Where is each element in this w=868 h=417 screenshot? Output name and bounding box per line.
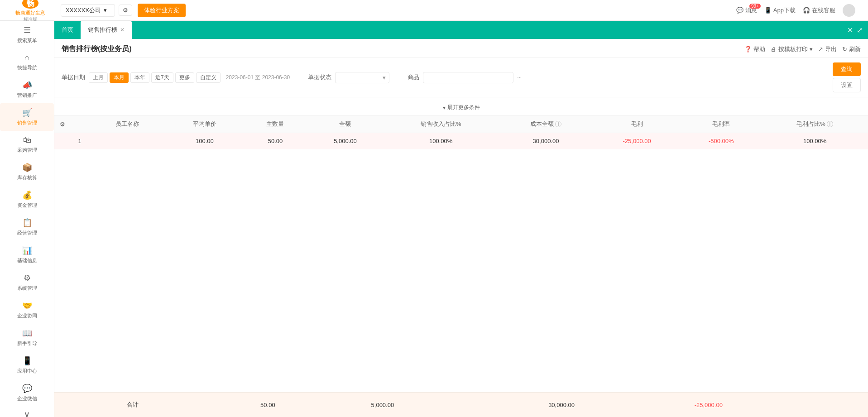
query-button[interactable]: 查询 (833, 62, 861, 76)
th-sales-pct: 销售收入占比% (383, 115, 499, 133)
cost-info-icon[interactable]: i (555, 121, 561, 127)
sidebar-item-wechat[interactable]: 💬 企业微信 (0, 379, 54, 407)
sidebar-item-operations[interactable]: 📋 经营管理 (0, 213, 54, 241)
last-7days-btn[interactable]: 近7天 (151, 72, 173, 83)
refresh-icon: ↻ (842, 46, 847, 53)
message-badge: 99+ (749, 4, 761, 9)
search-icon: ☰ (24, 25, 31, 35)
row-rank: 1 (71, 133, 89, 149)
tab-home[interactable]: 首页 (54, 21, 81, 39)
sidebar-item-label: 营销推广 (17, 92, 37, 99)
table-container: ⚙ 员工名称 平均单价 主数量 全额 销售收入占比% 成本全额 (54, 115, 868, 392)
box-icon: 📦 (22, 163, 32, 173)
footer-sales-pct (448, 397, 490, 412)
expand-button[interactable]: ▾ 展开更多条件 (437, 102, 485, 113)
chevron-down-icon: ▾ (810, 46, 813, 53)
avatar[interactable] (843, 4, 855, 17)
footer-total-row: 合计 50.00 5,000.00 30,000.00 -25,000.00 (54, 397, 868, 412)
footer-quantity: 50.00 (218, 397, 317, 412)
tab-bar: 首页 销售排行榜 ✕ ✕ ⤢ (54, 21, 868, 39)
sidebar-item-purchase[interactable]: 🛍 采购管理 (0, 131, 54, 158)
this-month-btn[interactable]: 本月 (110, 72, 129, 83)
close-window-icon[interactable]: ✕ (847, 26, 853, 34)
sidebar-item-apps[interactable]: 📱 应用中心 (0, 351, 54, 379)
export-icon: ↗ (818, 46, 823, 53)
vip-icon: V (25, 411, 29, 417)
date-label: 单据日期 (62, 73, 85, 81)
chart-icon: 📊 (22, 245, 32, 255)
sidebar-item-label: 应用中心 (17, 368, 37, 374)
company-selector[interactable]: XXXXXX公司 ▾ (61, 4, 115, 17)
sidebar-item-vip[interactable]: V 畅会员 (0, 407, 54, 417)
refresh-label: 刷新 (849, 45, 861, 53)
megaphone-icon: 📣 (22, 80, 32, 90)
footer-amount: 5,000.00 (317, 397, 448, 412)
money-icon: 💰 (22, 190, 32, 200)
last-month-btn[interactable]: 上月 (89, 72, 108, 83)
online-service-button[interactable]: 🎧 在线客服 (803, 6, 835, 14)
app-download-button[interactable]: 📱 App下载 (764, 6, 796, 14)
sidebar-item-label: 系统管理 (17, 285, 37, 292)
sidebar-item-enterprise[interactable]: 🤝 企业协同 (0, 296, 54, 324)
industry-btn[interactable]: 体验行业方案 (138, 4, 186, 17)
this-year-btn[interactable]: 本年 (130, 72, 149, 83)
sidebar-item-basics[interactable]: 📊 基础信息 (0, 241, 54, 268)
sidebar-item-label: 快捷导航 (17, 64, 37, 71)
tab-close-icon[interactable]: ✕ (120, 27, 125, 33)
sidebar-item-guide[interactable]: 📖 新手引导 (0, 324, 54, 351)
sidebar-item-label: 企业协同 (17, 312, 37, 319)
help-button[interactable]: ❓ 帮助 (744, 45, 765, 53)
footer-cost: 30,000.00 (490, 397, 633, 412)
sidebar-item-inventory[interactable]: 📦 库存核算 (0, 158, 54, 186)
sidebar-item-finance[interactable]: 💰 资金管理 (0, 186, 54, 213)
footer-profit-rate (784, 397, 826, 412)
sidebar-item-shortcuts[interactable]: ⌂ 快捷导航 (0, 48, 54, 76)
row-profit-pct: 100.00% (762, 133, 868, 149)
refresh-button[interactable]: ↻ 刷新 (842, 45, 861, 53)
chevron-down-icon: ▾ (104, 7, 107, 14)
export-button[interactable]: ↗ 导出 (818, 45, 837, 53)
th-cost: 成本全额 i (499, 115, 593, 133)
goods-filter: 商品 ··· (408, 72, 522, 83)
row-name (89, 133, 166, 149)
status-select[interactable] (335, 72, 389, 83)
profit-pct-info-icon[interactable]: i (827, 121, 833, 127)
filter-section: 单据日期 上月 本月 本年 近7天 更多 自定义 2023-06-01 至 20… (54, 58, 868, 97)
table-row: 1 100.00 50.00 5,000.00 100.00% 30,000.0… (54, 133, 868, 149)
book-icon: 📖 (22, 328, 32, 338)
gear-button[interactable]: ⚙ (119, 5, 132, 16)
sidebar-item-label: 采购管理 (17, 147, 37, 153)
th-profit-rate: 毛利率 (681, 115, 762, 133)
action-buttons: 查询 设置 (833, 62, 861, 92)
row-cost: 30,000.00 (499, 133, 593, 149)
help-label: 帮助 (753, 45, 765, 53)
print-icon: 🖨 (771, 46, 777, 53)
goods-input[interactable] (423, 72, 513, 83)
page-header: 销售排行榜(按业务员) ❓ 帮助 🖨 按模板打印 ▾ ↗ 导出 (54, 39, 868, 58)
sidebar-item-marketing[interactable]: 📣 营销推广 (0, 76, 54, 103)
date-filter: 单据日期 上月 本月 本年 近7天 更多 自定义 2023-06-01 至 20… (62, 72, 290, 83)
logo-text: 畅康通好生意 (15, 10, 45, 16)
sidebar-item-search[interactable]: ☰ 搜索菜单 (0, 21, 54, 48)
template-print-button[interactable]: 🖨 按模板打印 ▾ (771, 45, 813, 53)
mobile-icon: 📱 (22, 356, 32, 366)
more-dates-btn[interactable]: 更多 (175, 72, 194, 83)
th-profit-pct-inner: 毛利占比% i (767, 120, 863, 128)
row-profit-rate: -500.00% (681, 133, 762, 149)
goods-label: 商品 (408, 73, 419, 81)
goods-more-link[interactable]: ··· (517, 74, 522, 81)
custom-date-btn[interactable]: 自定义 (196, 72, 221, 83)
sidebar-item-sales[interactable]: 🛒 销售管理 (0, 103, 54, 131)
settings-button[interactable]: 设置 (833, 78, 861, 92)
expand-area: ▾ 展开更多条件 (54, 97, 868, 115)
status-label: 单据状态 (308, 73, 331, 81)
date-range-buttons: 上月 本月 本年 近7天 更多 自定义 (89, 72, 221, 83)
message-button[interactable]: 💬 消息 99+ (736, 6, 757, 14)
restore-window-icon[interactable]: ⤢ (857, 26, 863, 34)
tab-home-label: 首页 (62, 26, 73, 34)
sidebar-item-system[interactable]: ⚙ 系统管理 (0, 268, 54, 296)
tab-sales-ranking[interactable]: 销售排行榜 ✕ (81, 21, 132, 39)
th-settings: ⚙ (54, 115, 71, 133)
main-area: ☰ 搜索菜单 ⌂ 快捷导航 📣 营销推广 🛒 销售管理 🛍 采购管理 📦 库 (0, 21, 868, 417)
settings-icon[interactable]: ⚙ (60, 121, 65, 128)
